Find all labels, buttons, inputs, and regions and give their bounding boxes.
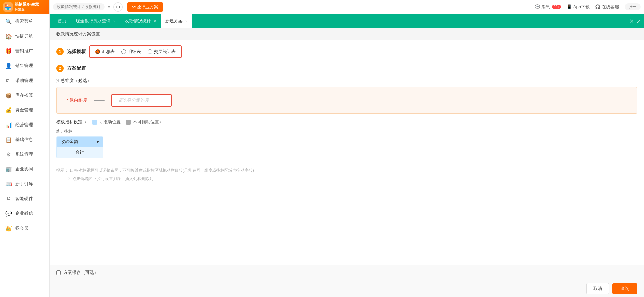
cancel-button[interactable]: 取消 bbox=[586, 283, 609, 294]
sidebar-item-enterprise[interactable]: 🏢 企业协同 bbox=[0, 162, 49, 177]
option-cross[interactable]: 交叉统计表 bbox=[148, 49, 176, 55]
settings-button[interactable]: ⚙ bbox=[113, 2, 123, 12]
sidebar-item-member[interactable]: 👑 畅会员 bbox=[0, 221, 49, 236]
message-icon: 💬 bbox=[535, 4, 540, 9]
page-header: 收款情况统计方案设置 bbox=[50, 28, 644, 40]
tab-bank-flow[interactable]: 现金银行流水查询 × bbox=[71, 14, 120, 28]
stats-section: 统计指标 收款金额 ▾ 合计 bbox=[56, 129, 637, 158]
stats-card-header: 收款金额 ▾ bbox=[57, 137, 103, 147]
draggable-tag: 可拖动位置 bbox=[92, 119, 121, 125]
sidebar-item-label: 快捷导航 bbox=[15, 33, 33, 39]
sidebar-item-label: 企业微信 bbox=[15, 210, 33, 216]
stats-card-item: 合计 bbox=[75, 150, 84, 155]
home-icon: 🏠 bbox=[5, 33, 12, 40]
tab-collection-stats[interactable]: 收款情况统计 × bbox=[120, 14, 160, 28]
step1-number: 1 bbox=[56, 48, 64, 55]
crown-icon: 👑 bbox=[5, 225, 12, 232]
tab-new-plan-close[interactable]: × bbox=[185, 19, 187, 23]
tab-home[interactable]: 首页 bbox=[53, 14, 71, 28]
bag-icon: 🛍 bbox=[5, 78, 12, 84]
phone-icon: 📱 bbox=[567, 4, 572, 9]
sidebar-item-label: 基础信息 bbox=[15, 137, 33, 143]
tab-new-plan[interactable]: 新建方案 × bbox=[161, 14, 192, 28]
gift-icon: 🎁 bbox=[5, 48, 12, 54]
monitor-icon: 🖥 bbox=[5, 196, 12, 202]
maximize-button[interactable]: ⤢ bbox=[636, 18, 641, 24]
user-icon: 👤 bbox=[5, 63, 12, 69]
search-icon: 🔍 bbox=[5, 18, 12, 25]
sidebar-item-system[interactable]: ⚙ 系统管理 bbox=[0, 147, 49, 162]
non-draggable-icon bbox=[126, 120, 131, 125]
sidebar-item-label: 搜索菜单 bbox=[15, 18, 33, 24]
option-summary-label: 汇总表 bbox=[102, 49, 115, 55]
radio-detail[interactable] bbox=[121, 49, 126, 54]
sidebar-item-search[interactable]: 🔍 搜索菜单 bbox=[0, 14, 49, 29]
step2-section: 2 方案配置 汇总维度（必选） * 纵向维度 —— 请选择分组维度 bbox=[56, 65, 637, 183]
sidebar-item-operations[interactable]: 📊 经营管理 bbox=[0, 117, 49, 132]
sidebar-item-label: 智能硬件 bbox=[15, 196, 33, 202]
chart-icon: 📊 bbox=[5, 122, 12, 128]
template-options: 汇总表 明细表 交叉统计表 bbox=[89, 45, 182, 58]
book-icon: 📖 bbox=[5, 181, 12, 187]
step1-section: 1 选择模板 汇总表 明细表 交叉统计表 bbox=[56, 45, 637, 58]
chat-icon: 💬 bbox=[5, 210, 12, 217]
dimension-select[interactable]: 请选择分组维度 bbox=[111, 94, 172, 107]
step1-title: 选择模板 bbox=[67, 49, 86, 55]
tab-collection-label: 收款情况统计 bbox=[125, 18, 151, 24]
page-title: 收款情况统计方案设置 bbox=[56, 31, 100, 36]
logo-edition: 标准版 bbox=[15, 7, 39, 12]
chevron-down-icon[interactable]: ▾ bbox=[108, 5, 110, 9]
radio-cross[interactable] bbox=[148, 49, 152, 54]
option-summary[interactable]: 汇总表 bbox=[95, 49, 115, 55]
sidebar-item-label: 营销推广 bbox=[15, 48, 33, 54]
online-service-button[interactable]: 🎧 在线客服 bbox=[595, 4, 619, 10]
sidebar-item-funds[interactable]: 💰 资金管理 bbox=[0, 103, 49, 117]
close-window-button[interactable]: ✕ bbox=[629, 18, 634, 24]
chevron-down-icon[interactable]: ▾ bbox=[97, 139, 99, 144]
sidebar-item-quick-nav[interactable]: 🏠 快捷导航 bbox=[0, 29, 49, 44]
breadcrumb-text: 收款情况统计 / 收款统计 bbox=[53, 3, 105, 10]
clipboard-icon: 📋 bbox=[5, 137, 12, 143]
tab-new-plan-label: 新建方案 bbox=[165, 18, 183, 24]
logo-icon: 🏪 bbox=[3, 2, 13, 12]
step1-header: 1 选择模板 汇总表 明细表 交叉统计表 bbox=[56, 45, 637, 58]
sidebar-item-purchase[interactable]: 🛍 采购管理 bbox=[0, 73, 49, 88]
vertical-dimension-label: * 纵向维度 bbox=[67, 97, 87, 103]
user-info[interactable]: 张三 bbox=[625, 3, 641, 10]
sidebar-item-basic-info[interactable]: 📋 基础信息 bbox=[0, 132, 49, 147]
topbar: 收款情况统计 / 收款统计 ▾ ⚙ 体验行业方案 💬 消息 99+ 📱 App下… bbox=[50, 0, 644, 14]
gear-icon: ⚙ bbox=[116, 4, 120, 10]
option-detail[interactable]: 明细表 bbox=[121, 49, 141, 55]
trial-industry-button[interactable]: 体验行业方案 bbox=[127, 2, 163, 12]
message-button[interactable]: 💬 消息 99+ bbox=[535, 4, 561, 10]
tab-bank-flow-label: 现金银行流水查询 bbox=[76, 18, 111, 24]
step2-title: 方案配置 bbox=[67, 65, 86, 71]
arrow-icon: —— bbox=[94, 97, 105, 103]
sidebar-item-wechat[interactable]: 💬 企业微信 bbox=[0, 206, 49, 221]
box-icon: 📦 bbox=[5, 92, 12, 99]
footer: 取消 查询 bbox=[50, 280, 644, 297]
stats-card-body: 合计 bbox=[57, 147, 103, 158]
sidebar-item-guide[interactable]: 📖 新手引导 bbox=[0, 177, 49, 191]
sidebar-item-marketing[interactable]: 🎁 营销推广 bbox=[0, 44, 49, 58]
content-area: 收款情况统计方案设置 1 选择模板 汇总表 明细表 bbox=[50, 28, 644, 280]
option-cross-label: 交叉统计表 bbox=[154, 49, 176, 55]
save-option-section: 方案保存（可选） bbox=[50, 265, 644, 280]
sidebar-item-hardware[interactable]: 🖥 智能硬件 bbox=[0, 191, 49, 206]
save-checkbox[interactable] bbox=[56, 270, 61, 275]
dimension-label: 汇总维度（必选） bbox=[56, 78, 637, 84]
building-icon: 🏢 bbox=[5, 166, 12, 172]
main-area: 收款情况统计 / 收款统计 ▾ ⚙ 体验行业方案 💬 消息 99+ 📱 App下… bbox=[50, 0, 644, 297]
query-button[interactable]: 查询 bbox=[612, 283, 637, 294]
tab-bank-flow-close[interactable]: × bbox=[113, 19, 115, 23]
sidebar-item-label: 销售管理 bbox=[15, 63, 33, 69]
sidebar-item-label: 系统管理 bbox=[15, 151, 33, 157]
tab-collection-close[interactable]: × bbox=[154, 19, 156, 23]
app-download-button[interactable]: 📱 App下载 bbox=[567, 4, 590, 10]
radio-summary[interactable] bbox=[95, 49, 100, 54]
message-label: 消息 bbox=[541, 4, 550, 10]
sidebar-item-inventory[interactable]: 📦 库存核算 bbox=[0, 88, 49, 103]
indicators-label: 模板指标设定（ bbox=[56, 119, 87, 125]
sidebar-item-sales[interactable]: 👤 销售管理 bbox=[0, 58, 49, 73]
headset-icon: 🎧 bbox=[595, 4, 600, 9]
